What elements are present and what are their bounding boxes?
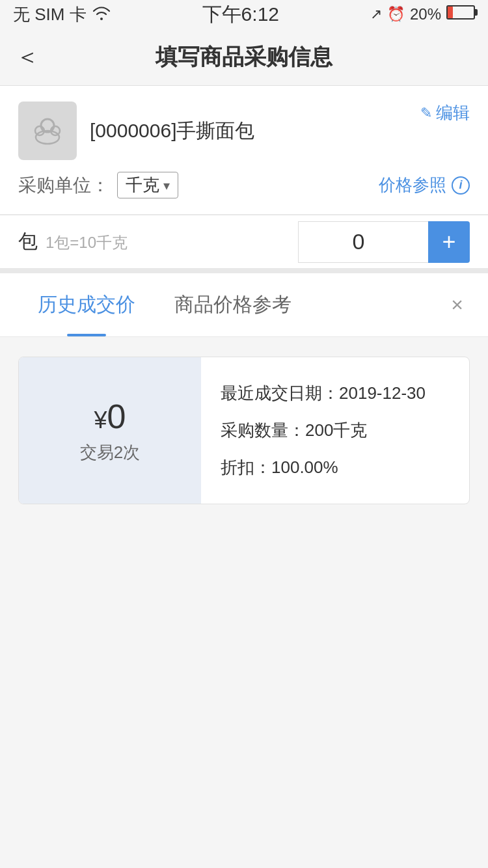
- purchase-quantity-label: 采购数量：: [221, 420, 305, 440]
- info-icon: i: [452, 176, 470, 195]
- tab-price-reference[interactable]: 商品价格参考: [155, 273, 311, 336]
- discount-label: 折扣：: [221, 457, 271, 477]
- currency-symbol: ¥: [94, 407, 107, 433]
- quantity-plus-button[interactable]: +: [428, 221, 470, 263]
- price-card-left: ¥0 交易2次: [19, 357, 201, 504]
- quantity-label: 包 1包=10千克: [18, 228, 128, 255]
- product-unit-row: 采购单位： 千克 ▾ 价格参照 i: [18, 172, 470, 198]
- price-reference-button[interactable]: 价格参照 i: [379, 174, 470, 197]
- price-record-card: ¥0 交易2次 最近成交日期：2019-12-30 采购数量：200千克 折扣：…: [18, 357, 470, 504]
- carrier-label: 无 SIM 卡: [13, 3, 87, 26]
- tabs-container: 历史成交价 商品价格参考 ×: [0, 273, 488, 337]
- page-title: 填写商品采购信息: [156, 42, 332, 72]
- product-header: [0000006]手撕面包 ✎ 编辑: [18, 102, 470, 160]
- tab-history-price[interactable]: 历史成交价: [18, 273, 155, 336]
- unit-left: 采购单位： 千克 ▾: [18, 172, 178, 198]
- price-trades: 交易2次: [80, 441, 140, 464]
- price-value: 0: [107, 398, 126, 435]
- chevron-down-icon: ▾: [163, 178, 170, 193]
- product-card: [0000006]手撕面包 ✎ 编辑 采购单位： 千克 ▾ 价格参照 i: [0, 86, 488, 215]
- quantity-section: 包 1包=10千克 +: [0, 215, 488, 273]
- unit-selector[interactable]: 千克 ▾: [117, 172, 178, 198]
- recent-date-value: 2019-12-30: [339, 383, 426, 403]
- quantity-hint: 1包=10千克: [46, 232, 128, 253]
- recent-date-label: 最近成交日期：: [221, 383, 339, 403]
- purchase-quantity-row: 采购数量：200千克: [221, 418, 450, 443]
- price-ref-label: 价格参照: [379, 174, 446, 197]
- product-left: [0000006]手撕面包: [18, 102, 254, 160]
- tabs-left: 历史成交价 商品价格参考: [18, 273, 311, 336]
- product-image: [18, 102, 77, 160]
- price-amount: ¥0: [94, 397, 126, 436]
- recent-date-row: 最近成交日期：2019-12-30: [221, 381, 450, 406]
- location-icon: ↗: [370, 6, 382, 23]
- discount-row: 折扣：100.00%: [221, 455, 450, 480]
- battery-icon: [446, 5, 475, 23]
- status-bar: 无 SIM 卡 下午6:12 ↗ ⏰ 20%: [0, 0, 488, 29]
- edit-icon: ✎: [420, 105, 432, 122]
- time-label: 下午6:12: [202, 1, 279, 28]
- unit-value: 千克: [126, 174, 159, 197]
- tab-close-button[interactable]: ×: [444, 286, 470, 323]
- quantity-input-group: +: [298, 221, 470, 263]
- alarm-icon: ⏰: [387, 6, 405, 23]
- unit-prefix: 采购单位：: [18, 173, 109, 198]
- edit-label: 编辑: [436, 102, 470, 124]
- nav-bar: ＜ 填写商品采购信息: [0, 29, 488, 86]
- edit-button[interactable]: ✎ 编辑: [420, 102, 470, 124]
- status-right: ↗ ⏰ 20%: [370, 5, 475, 23]
- quantity-unit: 包: [18, 228, 38, 255]
- tab-price-reference-label: 商品价格参考: [174, 293, 291, 315]
- battery-percent: 20%: [410, 5, 441, 23]
- back-button[interactable]: ＜: [16, 41, 39, 73]
- tab-history-price-label: 历史成交价: [38, 293, 135, 315]
- discount-value: 100.00%: [271, 457, 338, 477]
- status-left: 无 SIM 卡: [13, 3, 111, 26]
- purchase-quantity-value: 200千克: [305, 420, 367, 440]
- price-card-right: 最近成交日期：2019-12-30 采购数量：200千克 折扣：100.00%: [201, 357, 469, 504]
- wifi-icon: [92, 5, 111, 25]
- product-name: [0000006]手撕面包: [90, 117, 254, 144]
- quantity-input[interactable]: [298, 221, 428, 263]
